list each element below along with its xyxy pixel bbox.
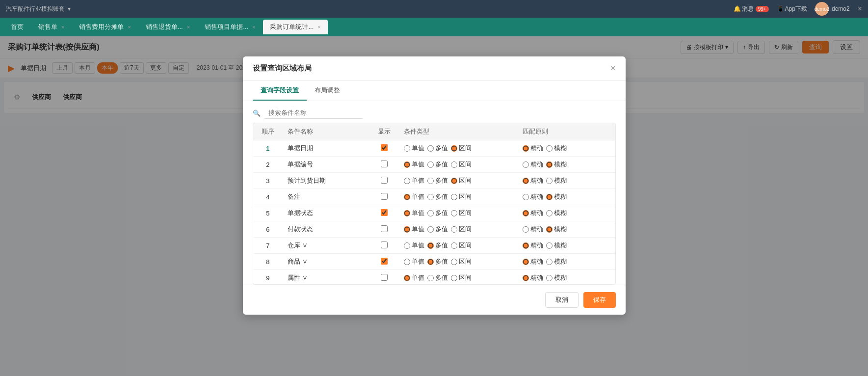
type-radio[interactable] [451, 177, 457, 184]
match-radio[interactable] [523, 145, 529, 151]
match-radio-item[interactable]: 精确 [523, 209, 543, 217]
display-checkbox[interactable] [381, 160, 388, 167]
type-radio[interactable] [404, 258, 410, 265]
match-radio-item[interactable]: 模糊 [546, 144, 567, 153]
type-radio[interactable] [427, 242, 434, 248]
match-radio-item[interactable]: 精确 [523, 176, 543, 185]
match-radio[interactable] [546, 177, 552, 184]
match-radio[interactable] [523, 161, 529, 167]
row-display-cell[interactable] [369, 172, 399, 188]
match-radio[interactable] [523, 177, 529, 184]
type-radio[interactable] [451, 145, 457, 151]
type-radio-item[interactable]: 单值 [404, 241, 424, 250]
type-radio-item[interactable]: 单值 [404, 192, 424, 201]
match-radio[interactable] [546, 226, 552, 232]
type-radio[interactable] [427, 226, 434, 232]
type-radio-item[interactable]: 区间 [451, 257, 472, 266]
modal-tab-query-fields[interactable]: 查询字段设置 [253, 81, 307, 101]
tab-sales-order-close[interactable]: × [61, 24, 64, 30]
type-radio-item[interactable]: 单值 [404, 209, 424, 217]
user-area[interactable]: demo2 demo2 [815, 2, 850, 16]
type-radio-item[interactable]: 多值 [427, 209, 448, 217]
type-radio[interactable] [404, 242, 410, 248]
row-display-cell[interactable] [369, 188, 399, 205]
match-radio-item[interactable]: 模糊 [546, 241, 567, 250]
type-radio[interactable] [451, 210, 457, 216]
modal-tab-layout[interactable]: 布局调整 [307, 81, 348, 101]
type-radio-item[interactable]: 单值 [404, 273, 424, 282]
type-radio[interactable] [451, 226, 457, 232]
tab-home[interactable]: 首页 [4, 20, 30, 34]
type-radio-item[interactable]: 多值 [427, 160, 448, 169]
match-radio-item[interactable]: 精确 [523, 225, 543, 234]
modal-table-container[interactable]: 顺序 条件名称 显示 条件类型 匹配原则 1单据日期单值多值区间精确模糊2单据编… [253, 123, 616, 285]
type-radio-item[interactable]: 多值 [427, 144, 448, 153]
match-radio-item[interactable]: 模糊 [546, 176, 567, 185]
match-radio[interactable] [523, 193, 529, 200]
type-radio[interactable] [427, 193, 434, 200]
type-radio-item[interactable]: 区间 [451, 192, 472, 201]
type-radio-item[interactable]: 单值 [404, 257, 424, 266]
type-radio-item[interactable]: 单值 [404, 160, 424, 169]
cancel-button[interactable]: 取消 [545, 292, 579, 308]
type-radio[interactable] [404, 161, 410, 167]
match-radio[interactable] [546, 161, 552, 167]
tab-purchase-stats[interactable]: 采购订单统计... × [263, 20, 327, 34]
display-checkbox[interactable] [381, 273, 388, 280]
display-checkbox[interactable] [381, 192, 388, 199]
type-radio-item[interactable]: 单值 [404, 144, 424, 153]
match-radio-item[interactable]: 精确 [523, 257, 543, 266]
match-radio-item[interactable]: 精确 [523, 160, 543, 169]
match-radio-item[interactable]: 精确 [523, 273, 543, 282]
display-checkbox[interactable] [381, 176, 388, 183]
row-display-cell[interactable] [369, 221, 399, 237]
type-radio[interactable] [451, 274, 457, 281]
type-radio-item[interactable]: 区间 [451, 160, 472, 169]
type-radio[interactable] [404, 177, 410, 184]
row-display-cell[interactable] [369, 140, 399, 156]
type-radio[interactable] [427, 161, 434, 167]
match-radio[interactable] [523, 274, 529, 281]
type-radio[interactable] [427, 258, 434, 265]
search-conditions-input[interactable] [264, 107, 363, 119]
notification-area[interactable]: 🔔 消息 99+ [734, 5, 769, 13]
type-radio-item[interactable]: 区间 [451, 144, 472, 153]
match-radio[interactable] [523, 226, 529, 232]
match-radio-item[interactable]: 模糊 [546, 160, 567, 169]
type-radio-item[interactable]: 区间 [451, 273, 472, 282]
row-display-cell[interactable] [369, 205, 399, 221]
type-radio[interactable] [451, 161, 457, 167]
type-radio-item[interactable]: 多值 [427, 176, 448, 185]
type-radio[interactable] [404, 274, 410, 281]
type-radio-item[interactable]: 区间 [451, 225, 472, 234]
type-radio-item[interactable]: 区间 [451, 176, 472, 185]
match-radio[interactable] [523, 210, 529, 216]
match-radio-item[interactable]: 精确 [523, 241, 543, 250]
type-radio-item[interactable]: 区间 [451, 209, 472, 217]
tab-sales-return-close[interactable]: × [187, 24, 190, 30]
window-close-button[interactable]: × [858, 4, 862, 13]
display-checkbox[interactable] [381, 225, 388, 232]
type-radio-item[interactable]: 单值 [404, 225, 424, 234]
type-radio[interactable] [427, 145, 434, 151]
modal-close-button[interactable]: × [610, 63, 616, 74]
type-radio[interactable] [427, 210, 434, 216]
match-radio-item[interactable]: 精确 [523, 144, 543, 153]
row-display-cell[interactable] [369, 156, 399, 172]
type-radio[interactable] [404, 210, 410, 216]
match-radio-item[interactable]: 模糊 [546, 209, 567, 217]
save-button[interactable]: 保存 [583, 292, 616, 308]
match-radio[interactable] [546, 242, 552, 248]
type-radio-item[interactable]: 多值 [427, 225, 448, 234]
type-radio[interactable] [404, 193, 410, 200]
display-checkbox[interactable] [381, 241, 388, 248]
match-radio-item[interactable]: 精确 [523, 192, 543, 201]
type-radio-item[interactable]: 多值 [427, 273, 448, 282]
type-radio-item[interactable]: 单值 [404, 176, 424, 185]
display-checkbox[interactable] [381, 257, 388, 264]
type-radio[interactable] [404, 145, 410, 151]
match-radio[interactable] [523, 258, 529, 265]
match-radio[interactable] [546, 258, 552, 265]
match-radio[interactable] [546, 274, 552, 281]
type-radio[interactable] [451, 193, 457, 200]
